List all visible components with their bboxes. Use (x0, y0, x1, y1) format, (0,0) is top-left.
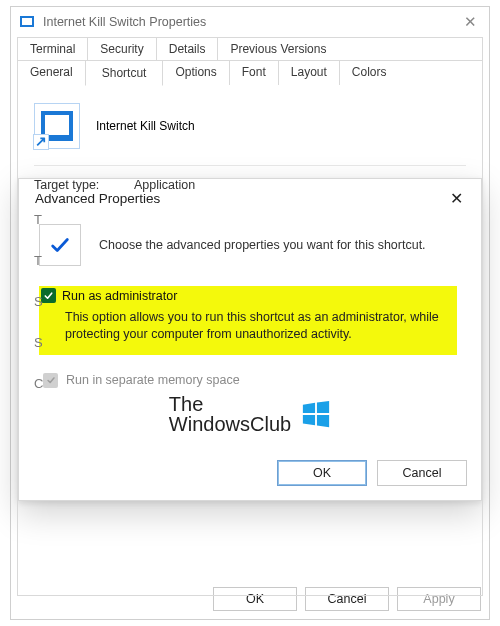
tab-security[interactable]: Security (87, 37, 156, 60)
window-title: Internet Kill Switch Properties (43, 15, 206, 29)
obscured-label: C (34, 376, 466, 391)
tab-row-lower: General Shortcut Options Font Layout Col… (17, 60, 483, 85)
svg-rect-1 (22, 18, 32, 25)
tab-general[interactable]: General (17, 60, 86, 85)
tab-details[interactable]: Details (156, 37, 219, 60)
tab-strip: Terminal Security Details Previous Versi… (17, 37, 483, 85)
titlebar: Internet Kill Switch Properties ✕ (11, 7, 489, 37)
tab-options[interactable]: Options (162, 60, 229, 85)
tab-terminal[interactable]: Terminal (17, 37, 88, 60)
obscured-label: S (34, 335, 466, 350)
shortcut-app-icon: ↗ (34, 103, 80, 149)
window-app-icon (19, 14, 35, 30)
tab-row-upper: Terminal Security Details Previous Versi… (17, 37, 483, 60)
shortcut-name: Internet Kill Switch (96, 119, 195, 133)
obscured-label: T (34, 212, 466, 227)
tab-previous-versions[interactable]: Previous Versions (217, 37, 483, 60)
divider (34, 165, 466, 166)
target-type-label: Target type: (34, 178, 124, 192)
obscured-label: S (34, 294, 466, 309)
tab-font[interactable]: Font (229, 60, 279, 85)
obscured-label: T (34, 253, 466, 268)
target-type-row: Target type: Application (34, 178, 466, 192)
tab-body: ↗ Internet Kill Switch Target type: Appl… (17, 84, 483, 596)
close-icon[interactable]: ✕ (460, 13, 481, 31)
shortcut-header: ↗ Internet Kill Switch (34, 103, 466, 161)
tab-shortcut[interactable]: Shortcut (85, 60, 164, 86)
target-type-value: Application (134, 178, 195, 192)
properties-window: Internet Kill Switch Properties ✕ Termin… (10, 6, 490, 620)
tab-layout[interactable]: Layout (278, 60, 340, 85)
tab-colors[interactable]: Colors (339, 60, 483, 85)
